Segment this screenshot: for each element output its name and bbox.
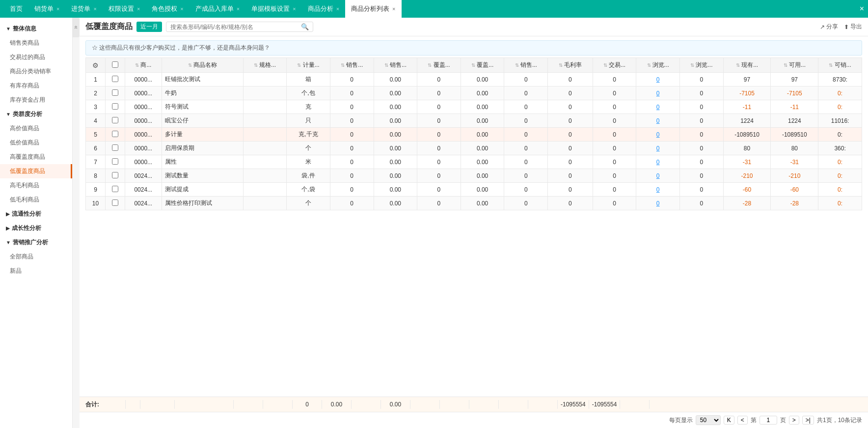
name-column-header[interactable]: ⇅ 商品名称 [162,58,244,73]
view2-column-header[interactable]: ⇅ 浏览... [680,58,724,73]
sidebar-section-cluster[interactable]: ▼ 类群度分析 [0,107,72,121]
row-view1[interactable]: 0 [636,197,680,210]
row-view1[interactable]: 0 [636,128,680,142]
nav-tab-product-list[interactable]: 商品分析列表 × [345,0,401,18]
spec-column-header[interactable]: ⇅ 规格... [243,58,287,73]
sidebar-item-low-margin[interactable]: 低毛利商品 [0,193,72,207]
row-checkbox[interactable] [112,131,118,137]
sidebar-section-liquidity[interactable]: ▶ 流通性分析 [0,207,72,221]
row-name[interactable]: 眠宝公仔 [162,114,244,128]
row-saleable: 0: [818,197,862,210]
close-icon[interactable]: × [293,6,296,12]
nav-tab-template[interactable]: 单据模板设置 × [245,0,301,18]
sidebar-item-new-goods[interactable]: 新品 [0,264,72,278]
close-icon[interactable]: × [237,6,240,12]
cov1-column-header[interactable]: ⇅ 覆盖... [417,58,461,73]
row-view1[interactable]: 0 [636,86,680,100]
window-close-button[interactable]: × [860,4,864,13]
row-view1[interactable]: 0 [636,114,680,128]
sales-amt-column-header[interactable]: ⇅ 销售... [374,58,417,73]
sidebar-item-all-goods[interactable]: 全部商品 [0,250,72,264]
row-checkbox[interactable] [112,103,118,110]
sales3-column-header[interactable]: ⇅ 销售... [504,58,548,73]
nav-tab-permissions[interactable]: 权限设置 × [103,0,146,18]
sidebar-section-marketing[interactable]: ▼ 营销推广分析 [0,235,72,250]
row-checkbox[interactable] [112,186,118,192]
row-name[interactable]: 多计量 [162,128,244,142]
nav-tab-roles[interactable]: 角色授权 × [146,0,189,18]
search-input[interactable] [170,24,301,30]
row-checkbox[interactable] [112,158,118,165]
last-page-button[interactable]: >| [802,416,814,425]
sales-qty-column-header[interactable]: ⇅ 销售... [330,58,374,73]
sidebar-item-stocked-goods[interactable]: 有库存商品 [0,79,72,93]
sidebar-collapse-button[interactable]: « [73,18,80,37]
close-icon[interactable]: × [336,6,339,12]
row-name[interactable]: 启用保质期 [162,142,244,155]
first-page-button[interactable]: K [724,416,734,425]
share-button[interactable]: ↗ 分享 [820,23,838,31]
row-view1[interactable]: 0 [636,155,680,169]
nav-tab-home[interactable]: 首页 [4,0,28,18]
code-column-header[interactable]: ⇅ 商... [125,58,162,73]
cov2-column-header[interactable]: ⇅ 覆盖... [461,58,504,73]
row-view1[interactable]: 0 [636,142,680,155]
trade-column-header[interactable]: ⇅ 交易... [593,58,636,73]
sidebar-section-growth[interactable]: ▶ 成长性分析 [0,221,72,235]
sidebar-item-high-margin[interactable]: 高毛利商品 [0,178,72,193]
sidebar-item-category-rate[interactable]: 商品分类动销率 [0,64,72,79]
time-filter-button[interactable]: 近一月 [136,22,162,32]
checkbox-column-header[interactable] [106,58,125,73]
row-view1[interactable]: 0 [636,183,680,197]
row-view1[interactable]: 0 [636,73,680,86]
sidebar-section-overall[interactable]: ▼ 整体信息 [0,22,72,36]
export-button[interactable]: ⬆ 导出 [844,23,862,31]
available-column-header[interactable]: ⇅ 可用... [771,58,818,73]
nav-tab-purchase[interactable]: 进货单 × [65,0,102,18]
nav-tab-finished-goods[interactable]: 产成品入库单 × [190,0,245,18]
row-checkbox[interactable] [112,89,118,96]
close-icon[interactable]: × [180,6,183,12]
close-icon[interactable]: × [137,6,140,12]
row-checkbox[interactable] [112,117,118,123]
row-name[interactable]: 测试提成 [162,183,244,197]
row-view1[interactable]: 0 [636,169,680,183]
current-column-header[interactable]: ⇅ 现有... [723,58,771,73]
select-all-checkbox[interactable] [112,61,118,68]
row-name[interactable]: 牛奶 [162,86,244,100]
row-name[interactable]: 测试数量 [162,169,244,183]
next-page-button[interactable]: > [789,416,799,425]
sidebar-item-traded-goods[interactable]: 交易过的商品 [0,50,72,64]
search-icon[interactable]: 🔍 [301,23,309,30]
row-saleable: 0: [818,169,862,183]
close-icon[interactable]: × [93,6,96,12]
nav-tab-product-analysis[interactable]: 商品分析 × [302,0,345,18]
unit-column-header[interactable]: ⇅ 计量... [287,58,330,73]
close-icon[interactable]: × [56,6,59,12]
row-name[interactable]: 旺铺批次测试 [162,73,244,86]
sidebar-item-low-value[interactable]: 低价值商品 [0,136,72,150]
row-name[interactable]: 符号测试 [162,100,244,114]
sidebar-item-high-value[interactable]: 高价值商品 [0,121,72,136]
row-checkbox[interactable] [112,172,118,178]
prev-page-button[interactable]: < [737,416,748,425]
close-icon[interactable]: × [392,6,395,12]
row-view1[interactable]: 0 [636,100,680,114]
table-container[interactable]: ⚙ ⇅ 商... ⇅ 商品名称 ⇅ 规格... ⇅ 计量... ⇅ 销售... … [80,57,868,397]
settings-column-header[interactable]: ⚙ [86,58,106,73]
row-checkbox[interactable] [112,200,118,206]
per-page-select[interactable]: 50 20 100 [696,415,721,425]
current-page-input[interactable] [760,416,777,425]
sidebar-item-high-coverage[interactable]: 高覆盖度商品 [0,150,72,164]
row-checkbox[interactable] [112,144,118,151]
sidebar-item-low-coverage[interactable]: 低覆盖度商品 [0,164,72,178]
view1-column-header[interactable]: ⇅ 浏览... [636,58,680,73]
sidebar-item-inventory-capital[interactable]: 库存资金占用 [0,93,72,107]
sidebar-item-sales-goods[interactable]: 销售类商品 [0,36,72,50]
row-name[interactable]: 属性 [162,155,244,169]
saleable-column-header[interactable]: ⇅ 可销... [818,58,862,73]
nav-tab-sales[interactable]: 销货单 × [28,0,65,18]
margin-column-header[interactable]: ⇅ 毛利率 [548,58,593,73]
row-name[interactable]: 属性价格打印测试 [162,197,244,210]
row-checkbox[interactable] [112,76,118,82]
